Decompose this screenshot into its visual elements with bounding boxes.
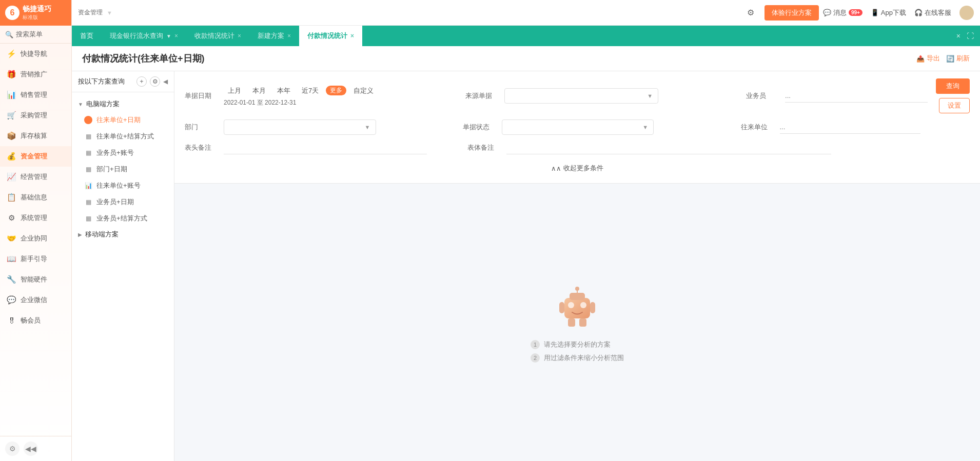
sidebar-item-label: 新手引导 — [21, 254, 47, 264]
scheme-settings-btn[interactable]: ⚙ — [150, 76, 160, 87]
online-service-btn[interactable]: 🎧 在线客服 — [914, 8, 951, 17]
date-opt-last-month[interactable]: 上月 — [224, 85, 245, 96]
tab-bank-flow-label: 现金银行流水查询 — [110, 31, 163, 41]
date-opt-last-7[interactable]: 近7天 — [298, 85, 323, 96]
refresh-label: 刷新 — [956, 54, 970, 63]
scheme-item-staff-date-label: 业务员+日期 — [96, 197, 134, 207]
svg-rect-6 — [559, 302, 564, 313]
scheme-item-dept-date[interactable]: ▦ 部门+日期 — [72, 161, 174, 177]
scheme-item-unit-date[interactable]: 往来单位+日期 — [72, 112, 174, 128]
tab-receipt-stats[interactable]: 收款情况统计 × — [186, 26, 249, 46]
sidebar-item-wechat[interactable]: 💬 企业微信 — [0, 290, 71, 310]
app-download-label: App下载 — [881, 8, 906, 17]
doc-status-select[interactable]: ▼ — [502, 119, 654, 135]
sidebar-collapse-btn[interactable]: ◀◀ — [24, 442, 38, 456]
table-icon: ▦ — [84, 132, 92, 141]
date-opt-this-month[interactable]: 本月 — [248, 85, 270, 96]
scheme-header-label: 按以下方案查询 — [78, 77, 125, 86]
scheme-panel: 按以下方案查询 + ⚙ ◀ ▼ 电脑端方案 往来单位+日期 — [72, 71, 174, 461]
dept-select[interactable]: ▼ — [224, 119, 376, 135]
table-icon-2: ▦ — [84, 149, 92, 157]
results-area: 1 请先选择要分析的方案 2 用过滤条件来缩小分析范围 — [174, 184, 980, 461]
tab-payment-stats[interactable]: 付款情况统计 × — [299, 26, 362, 46]
related-unit-input[interactable] — [780, 121, 921, 134]
scheme-item-unit-settle[interactable]: ▦ 往来单位+结算方式 — [72, 128, 174, 145]
scheme-group-mobile-header[interactable]: ▶ 移动端方案 — [72, 227, 174, 242]
tab-receipt-stats-label: 收款情况统计 — [194, 31, 234, 41]
sidebar-settings-btn[interactable]: ⚙ — [5, 442, 19, 456]
tab-new-scheme[interactable]: 新建方案 × — [249, 26, 299, 46]
filter-row-3: 表头备注 表体备注 — [185, 141, 970, 154]
trial-button[interactable]: 体验行业方案 — [765, 5, 819, 21]
tab-home-label: 首页 — [80, 31, 93, 41]
scheme-group-desktop-label: 电脑端方案 — [86, 99, 120, 109]
sidebar-item-guide[interactable]: 📖 新手引导 — [0, 249, 71, 269]
header-actions: 💬 消息 99+ 📱 App下载 🎧 在线客服 — [823, 6, 974, 20]
tab-new-scheme-close-icon[interactable]: × — [287, 32, 291, 39]
page-header-actions: 📤 导出 🔄 刷新 — [916, 54, 970, 63]
scheme-item-unit-settle-label: 往来单位+结算方式 — [96, 132, 154, 141]
sidebar-item-label: 经营管理 — [21, 172, 47, 182]
tab-bank-flow[interactable]: 现金银行流水查询 ▼ × — [102, 26, 186, 46]
sidebar-item-marketing[interactable]: 🎁 营销推广 — [0, 64, 71, 85]
scheme-item-staff-date[interactable]: ▦ 业务员+日期 — [72, 194, 174, 210]
scheme-group-desktop-header[interactable]: ▼ 电脑端方案 — [72, 96, 174, 112]
tab-fullscreen-icon[interactable]: ⛶ — [965, 31, 976, 41]
scheme-nav: ▼ 电脑端方案 往来单位+日期 ▦ 往来单位+结算方式 ▦ 业务员+账号 — [72, 92, 174, 461]
date-opt-this-year[interactable]: 本年 — [273, 85, 295, 96]
sidebar-bottom: ⚙ ◀◀ — [0, 436, 71, 461]
tab-home[interactable]: 首页 — [72, 26, 102, 46]
scheme-item-staff-settle[interactable]: ▦ 业务员+结算方式 — [72, 210, 174, 227]
tab-receipt-close-icon[interactable]: × — [238, 32, 241, 39]
tab-payment-close-icon[interactable]: × — [350, 32, 354, 39]
messages-btn[interactable]: 💬 消息 99+ — [823, 8, 863, 17]
settings-button[interactable]: 设置 — [939, 98, 970, 113]
search-menu[interactable]: 🔍 搜索菜单 — [0, 26, 71, 44]
scheme-collapse-btn[interactable]: ◀ — [163, 78, 168, 85]
tip-num-1: 1 — [531, 340, 540, 349]
messages-label: 消息 — [833, 8, 847, 17]
sidebar-item-smart-hw[interactable]: 🔧 智能硬件 — [0, 269, 71, 290]
sidebar-item-inventory[interactable]: 📦 库存核算 — [0, 126, 71, 146]
user-avatar[interactable] — [959, 6, 974, 20]
sidebar-item-quick-nav[interactable]: ⚡ 快捷导航 — [0, 44, 71, 64]
query-button[interactable]: 查询 — [936, 78, 970, 94]
inventory-icon: 📦 — [6, 131, 16, 141]
sidebar-item-sales[interactable]: 📊 销售管理 — [0, 85, 71, 105]
empty-tip-2-text: 用过滤条件来缩小分析范围 — [544, 353, 624, 363]
table-body-remark-label: 表体备注 — [467, 143, 498, 152]
svg-point-5 — [580, 302, 586, 308]
export-btn[interactable]: 📤 导出 — [916, 54, 940, 63]
source-doc-select[interactable]: ▼ — [504, 88, 658, 104]
table-body-remark-input[interactable] — [506, 141, 831, 154]
sidebar-item-finance[interactable]: 💰 资金管理 — [0, 146, 71, 167]
chevron-up-icon: ∧∧ — [551, 165, 561, 172]
sidebar-item-enterprise[interactable]: 🤝 企业协同 — [0, 228, 71, 249]
staff-input[interactable] — [785, 89, 928, 103]
sidebar-item-purchase[interactable]: 🛒 采购管理 — [0, 105, 71, 126]
scheme-item-staff-account[interactable]: ▦ 业务员+账号 — [72, 145, 174, 161]
date-opt-custom[interactable]: 自定义 — [349, 85, 378, 96]
sidebar-item-vip[interactable]: 🎖 畅会员 — [0, 310, 71, 331]
sidebar-item-base-info[interactable]: 📋 基础信息 — [0, 187, 71, 208]
tab-bank-flow-close-icon[interactable]: × — [174, 32, 178, 39]
service-icon: 🎧 — [914, 9, 923, 16]
table-head-remark-input[interactable] — [224, 141, 427, 154]
app-download-btn[interactable]: 📱 App下载 — [871, 8, 906, 17]
empty-tip-1-text: 请先选择要分析的方案 — [544, 340, 611, 349]
scheme-group-mobile-arrow-icon: ▶ — [78, 232, 82, 237]
quick-nav-icon: ⚡ — [6, 49, 16, 59]
staff-label: 业务员 — [746, 91, 777, 101]
tab-close-all-icon[interactable]: × — [954, 31, 963, 41]
sidebar-item-operation[interactable]: 📈 经营管理 — [0, 167, 71, 187]
top-settings-icon[interactable]: ⚙ — [747, 8, 754, 17]
date-opt-more[interactable]: 更多 — [326, 86, 346, 95]
refresh-btn[interactable]: 🔄 刷新 — [946, 54, 970, 63]
sidebar-item-system[interactable]: ⚙ 系统管理 — [0, 208, 71, 228]
scheme-add-btn[interactable]: + — [136, 76, 147, 87]
scheme-item-unit-account[interactable]: 📊 往来单位+账号 — [72, 177, 174, 194]
message-icon: 💬 — [823, 9, 831, 16]
vip-icon: 🎖 — [6, 315, 16, 326]
collapse-more-btn[interactable]: ∧∧ 收起更多条件 — [185, 161, 970, 176]
scheme-header-actions: + ⚙ ◀ — [136, 76, 168, 87]
